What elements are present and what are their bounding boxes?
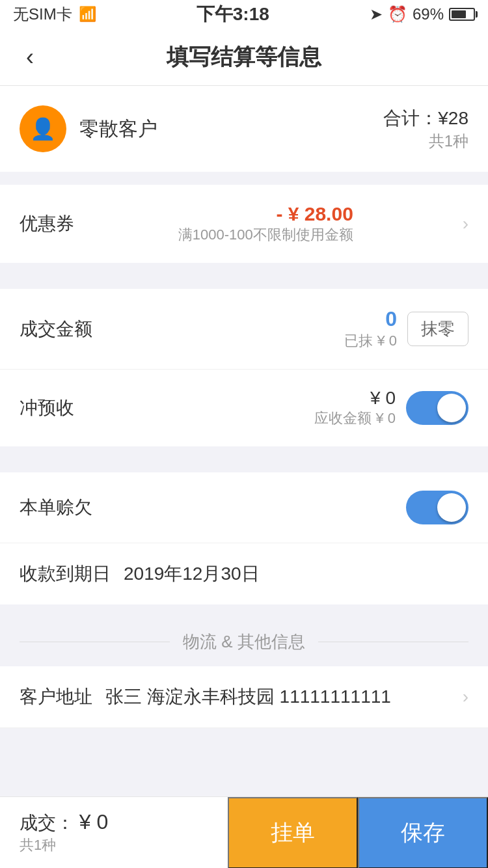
avatar-icon: 👤 (30, 116, 56, 141)
transaction-amount-right: 0 已抹 ¥ 0 抹零 (344, 307, 468, 351)
battery-fill (452, 10, 466, 18)
status-right: ➤ ⏰ 69% (370, 5, 475, 23)
status-time: 下午3:18 (197, 2, 269, 27)
battery-percent: 69% (413, 5, 444, 23)
customer-right: 合计：¥28 共1种 (383, 106, 468, 152)
due-date-value: 2019年12月30日 (124, 562, 260, 586)
back-button[interactable]: ‹ (20, 37, 40, 77)
bottom-transaction-label: 成交： (20, 813, 74, 833)
coupon-label: 优惠券 (20, 211, 74, 236)
bottom-bar: 成交： ¥ 0 共1种 挂单 保存 (0, 796, 488, 868)
avatar: 👤 (20, 105, 66, 152)
nav-bar: ‹ 填写结算等信息 (0, 29, 488, 86)
location-icon: ➤ (370, 5, 383, 23)
battery-icon (449, 8, 475, 21)
total-count: 共1种 (383, 131, 468, 152)
address-value: 张三 海淀永丰科技园 11111111111 (105, 685, 444, 709)
bottom-transaction: 成交： ¥ 0 (20, 810, 208, 835)
customer-left: 👤 零散客户 (20, 105, 157, 152)
prepayment-amount: ¥ 0 (314, 388, 396, 409)
logistics-line-left (20, 642, 170, 642)
wifi-icon: 📶 (79, 6, 96, 23)
status-left: 无SIM卡 📶 (13, 4, 96, 25)
coupon-row[interactable]: 优惠券 - ¥ 28.00 满1000-100不限制使用金额 › (0, 185, 488, 263)
debt-right (406, 491, 468, 524)
address-chevron-icon: › (463, 686, 468, 707)
alarm-icon: ⏰ (388, 5, 407, 23)
customer-name: 零散客户 (79, 116, 157, 142)
save-button[interactable]: 保存 (358, 797, 488, 869)
logistics-header: 物流 & 其他信息 (0, 617, 488, 666)
prepayment-label: 冲预收 (20, 396, 74, 420)
transaction-amount-label: 成交金额 (20, 317, 92, 342)
debt-toggle[interactable] (406, 491, 468, 524)
prepayment-row: 冲预收 ¥ 0 应收金额 ¥ 0 (0, 370, 488, 446)
transaction-amount-value[interactable]: 0 (344, 307, 397, 331)
bottom-transaction-amount: ¥ 0 (79, 810, 108, 834)
transaction-section: 成交金额 0 已抹 ¥ 0 抹零 冲预收 ¥ 0 应收金额 ¥ 0 (0, 289, 488, 446)
logistics-line-right (318, 642, 468, 642)
address-label: 客户地址 (20, 685, 92, 709)
carrier-label: 无SIM卡 (13, 4, 72, 25)
debt-toggle-knob (437, 493, 466, 522)
bottom-count: 共1种 (20, 835, 208, 855)
debt-label: 本单赊欠 (20, 495, 92, 520)
pending-button[interactable]: 挂单 (228, 797, 358, 869)
deducted-label: 已抹 ¥ 0 (344, 331, 397, 351)
prepayment-right: ¥ 0 应收金额 ¥ 0 (314, 388, 468, 428)
transaction-amount-row: 成交金额 0 已抹 ¥ 0 抹零 (0, 289, 488, 370)
toggle-knob (437, 394, 466, 422)
page-title: 填写结算等信息 (167, 42, 321, 72)
content: 👤 零散客户 合计：¥28 共1种 优惠券 - ¥ 28.00 满1000-10… (0, 86, 488, 806)
due-date-row: 收款到期日 2019年12月30日 (0, 543, 488, 604)
total-amount: 合计：¥28 (383, 106, 468, 131)
prepayment-toggle[interactable] (406, 391, 468, 425)
status-bar: 无SIM卡 📶 下午3:18 ➤ ⏰ 69% (0, 0, 488, 29)
customer-row: 👤 零散客户 合计：¥28 共1种 (0, 86, 488, 172)
coupon-section: 优惠券 - ¥ 28.00 满1000-100不限制使用金额 › (0, 185, 488, 263)
address-row[interactable]: 客户地址 张三 海淀永丰科技园 11111111111 › (0, 666, 488, 728)
round-zero-button[interactable]: 抹零 (407, 312, 468, 346)
chevron-right-icon: › (463, 213, 468, 234)
section-divider-1 (0, 276, 488, 289)
coupon-amount: - ¥ 28.00 (178, 203, 353, 225)
coupon-desc: 满1000-100不限制使用金额 (178, 225, 353, 245)
coupon-right: - ¥ 28.00 满1000-100不限制使用金额 (178, 203, 353, 245)
debt-section: 本单赊欠 收款到期日 2019年12月30日 (0, 472, 488, 604)
bottom-info: 成交： ¥ 0 共1种 (0, 810, 228, 855)
debt-row: 本单赊欠 (0, 472, 488, 543)
section-divider-2 (0, 459, 488, 472)
due-date-label: 收款到期日 (20, 562, 111, 586)
logistics-title: 物流 & 其他信息 (183, 631, 305, 653)
receivable-label: 应收金额 ¥ 0 (314, 409, 396, 428)
